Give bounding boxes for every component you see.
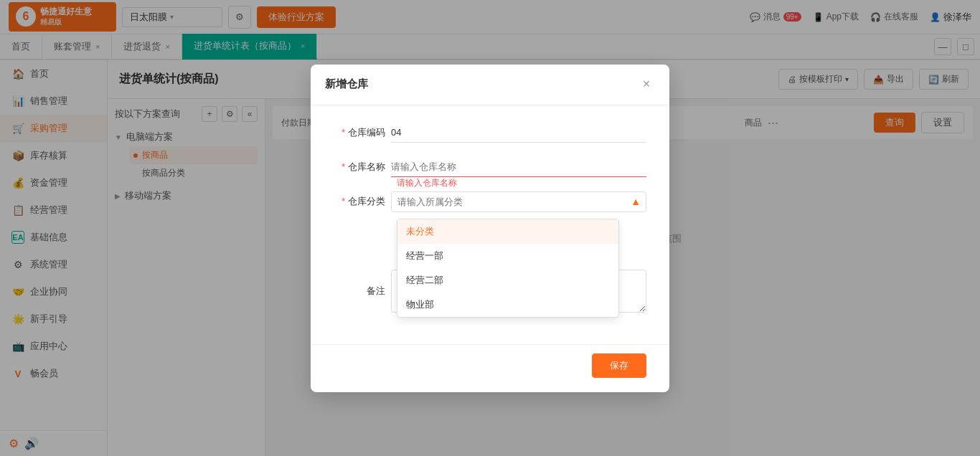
dropdown-item-operations2[interactable]: 经营二部 bbox=[397, 268, 618, 293]
warehouse-name-row: * 仓库名称 请输入仓库名称 bbox=[334, 157, 646, 177]
modal-save-button[interactable]: 保存 bbox=[592, 353, 646, 378]
warehouse-note-label: 备注 bbox=[334, 285, 391, 298]
select-up-arrow-icon[interactable]: ▲ bbox=[631, 196, 641, 207]
warehouse-category-label-text: 仓库分类 bbox=[348, 196, 385, 206]
warehouse-category-label: * 仓库分类 bbox=[334, 195, 391, 208]
warehouse-code-row: * 仓库编码 bbox=[334, 123, 646, 143]
required-star-name: * bbox=[341, 161, 345, 172]
warehouse-category-row: * 仓库分类 ▲ 未分类 经营一部 经营二部 物业部 bbox=[334, 191, 646, 212]
warehouse-category-input[interactable] bbox=[391, 191, 646, 212]
modal-header: 新增仓库 × bbox=[311, 65, 669, 105]
modal-close-button[interactable]: × bbox=[638, 76, 655, 93]
modal-title: 新增仓库 bbox=[325, 77, 368, 91]
warehouse-code-label-text: 仓库编码 bbox=[348, 127, 385, 138]
modal-overlay: 新增仓库 × * 仓库编码 * 仓库名称 bbox=[0, 0, 980, 456]
warehouse-name-input[interactable] bbox=[391, 157, 646, 177]
modal-body: * 仓库编码 * 仓库名称 请输入仓库名称 * bbox=[311, 105, 669, 344]
dropdown-item-property[interactable]: 物业部 bbox=[397, 293, 618, 317]
dropdown-item-operations1[interactable]: 经营一部 bbox=[397, 244, 618, 268]
new-warehouse-modal: 新增仓库 × * 仓库编码 * 仓库名称 bbox=[311, 65, 669, 392]
category-dropdown: 未分类 经营一部 经营二部 物业部 bbox=[397, 219, 619, 318]
warehouse-code-label: * 仓库编码 bbox=[334, 126, 391, 139]
required-star-code: * bbox=[341, 127, 345, 138]
warehouse-name-label-text: 仓库名称 bbox=[348, 161, 385, 172]
warehouse-name-label: * 仓库名称 bbox=[334, 161, 391, 174]
warehouse-name-error: 请输入仓库名称 bbox=[397, 177, 457, 189]
warehouse-category-wrap: ▲ bbox=[391, 191, 646, 212]
modal-footer: 保存 bbox=[311, 344, 669, 392]
dropdown-item-uncategorized[interactable]: 未分类 bbox=[397, 219, 618, 244]
warehouse-code-input[interactable] bbox=[391, 123, 646, 143]
required-star-cat: * bbox=[341, 196, 345, 206]
